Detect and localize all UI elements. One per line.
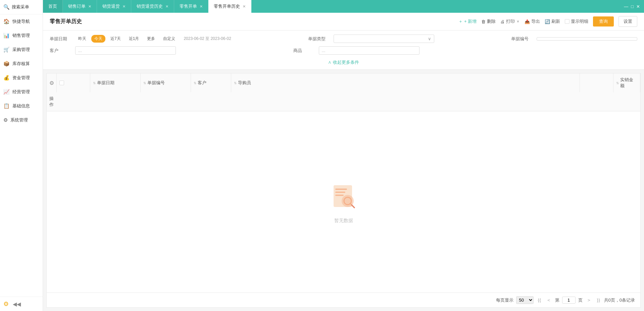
tab-sales-order-close[interactable]: ✕: [88, 4, 91, 9]
date-buttons: 昨天 今天 近7天 近1月 更多 自定义: [75, 35, 178, 43]
sidebar-item-sales-mgmt[interactable]: 📊 销售管理: [0, 29, 43, 43]
svg-rect-1: [335, 189, 347, 190]
minimize-icon[interactable]: —: [624, 4, 628, 9]
total-records-text: 共0页，0条记录: [604, 297, 635, 303]
sort-guide-icon: ⇅: [234, 81, 237, 85]
sidebar-item-label: 经营管理: [12, 89, 30, 95]
customer-filter-label: 客户: [50, 48, 70, 54]
sidebar-bottom: ⚙ ◀◀: [0, 297, 43, 311]
maximize-icon[interactable]: □: [631, 4, 634, 9]
sort-number-icon: ⇅: [143, 81, 146, 85]
th-date[interactable]: ⇅ 单据日期: [90, 73, 141, 92]
pagination: 每页显示 50 100 200 ⟨⟨ ＜ 第 页 ＞ ⟩⟩ 共0页，0条记录: [47, 293, 640, 307]
number-input[interactable]: [537, 37, 637, 41]
sidebar-item-inventory[interactable]: 📦 库存核算: [0, 57, 43, 71]
settings-gear-icon[interactable]: ⚙: [3, 300, 9, 308]
delete-button[interactable]: 🗑 删除: [481, 18, 496, 24]
date-range-display: 2023-06-02 至 2023-06-02: [184, 36, 231, 42]
tab-sales-return-close[interactable]: ✕: [122, 4, 126, 9]
sidebar-item-sys-mgmt[interactable]: ⚙ 系统管理: [0, 113, 43, 127]
date-btn-1month[interactable]: 近1月: [126, 35, 142, 43]
per-page-label: 每页显示: [496, 297, 513, 303]
tab-sales-order[interactable]: 销售订单 ✕: [63, 0, 97, 13]
th-amount[interactable]: ⇅ 实销金额: [613, 73, 640, 92]
svg-rect-2: [335, 192, 345, 193]
th-actions-label: 操作: [49, 96, 54, 108]
nav-prev-btn[interactable]: ＜: [545, 297, 552, 304]
sidebar-item-purchase-mgmt[interactable]: 🛒 采购管理: [0, 43, 43, 57]
main-area: 首页 销售订单 ✕ 销货退货 ✕ 销货退货历史 ✕ 零售开单 ✕ 零售开单历史 …: [43, 0, 644, 311]
table-settings-icon[interactable]: ⚙: [49, 80, 54, 86]
export-label: 导出: [531, 18, 540, 24]
th-guide[interactable]: ⇅ 导购员: [231, 73, 580, 92]
sidebar-item-label: 销售管理: [12, 33, 30, 39]
collapse-sidebar-icon[interactable]: ◀◀: [13, 301, 21, 307]
show-detail-label: 显示明细: [571, 18, 588, 24]
collapse-filter-btn[interactable]: ∧ 收起更多条件: [50, 58, 637, 65]
basic-info-icon: 📋: [3, 103, 10, 109]
tab-sales-order-label: 销售订单: [68, 3, 86, 9]
nav-last-btn[interactable]: ⟩⟩: [595, 297, 601, 304]
tab-home[interactable]: 首页: [43, 0, 63, 13]
date-btn-more[interactable]: 更多: [144, 35, 158, 43]
nav-next-btn[interactable]: ＞: [585, 297, 593, 304]
type-select-chevron-icon: ∨: [428, 36, 431, 41]
page-prefix-label: 第: [555, 297, 559, 303]
sys-mgmt-icon: ⚙: [3, 117, 8, 123]
print-icon: 🖨: [500, 19, 505, 24]
empty-text: 暂无数据: [334, 218, 353, 224]
date-btn-custom[interactable]: 自定义: [160, 35, 178, 43]
sidebar-item-label: 资金管理: [12, 75, 30, 81]
tab-sales-return-history-close[interactable]: ✕: [165, 4, 168, 9]
table-header: ⚙ ⇅ 单据日期 ⇅ 单据编号 ⇅ 客户 ⇅: [47, 73, 640, 111]
page-number-input[interactable]: [562, 297, 576, 304]
tab-retail-open[interactable]: 零售开单 ✕: [174, 0, 208, 13]
empty-illustration: [327, 180, 360, 214]
goods-input[interactable]: ...: [319, 46, 419, 55]
detail-checkbox-input[interactable]: [565, 19, 569, 24]
export-button[interactable]: 📤 导出: [525, 18, 540, 24]
number-filter-label: 单据编号: [511, 36, 531, 42]
sidebar-item-basic-info[interactable]: 📋 基础信息: [0, 99, 43, 113]
tab-sales-return-history[interactable]: 销货退货历史 ✕: [131, 0, 174, 13]
sidebar-item-finance[interactable]: 💰 资金管理: [0, 71, 43, 85]
nav-first-btn[interactable]: ⟨⟨: [536, 297, 542, 304]
add-label: + 新增: [464, 18, 477, 24]
per-page-select[interactable]: 50 100 200: [516, 296, 534, 304]
sidebar-item-quick-nav[interactable]: 🏠 快捷导航: [0, 14, 43, 29]
tab-sales-return[interactable]: 销货退货 ✕: [97, 0, 131, 13]
setting-button[interactable]: 设置: [618, 16, 637, 27]
tab-retail-open-history-close[interactable]: ✕: [243, 4, 246, 9]
date-btn-7days[interactable]: 近7天: [107, 35, 124, 43]
type-select[interactable]: ∨: [334, 35, 434, 43]
date-btn-yesterday[interactable]: 昨天: [75, 35, 89, 43]
th-customer[interactable]: ⇅ 客户: [191, 73, 231, 92]
collapse-arrow-icon: ∧: [328, 60, 332, 65]
tab-retail-open-history[interactable]: 零售开单历史 ✕: [208, 0, 251, 13]
add-button[interactable]: ＋ + 新增: [458, 18, 477, 24]
sidebar-item-label: 快捷导航: [12, 18, 30, 24]
close-window-icon[interactable]: ✕: [636, 4, 640, 9]
show-detail-checkbox[interactable]: 显示明细: [565, 18, 588, 24]
sidebar-item-operations[interactable]: 📈 经营管理: [0, 85, 43, 99]
refresh-button[interactable]: 🔄 刷新: [545, 18, 560, 24]
purchase-icon: 🛒: [3, 47, 10, 53]
print-button[interactable]: 🖨 打印 ▼: [500, 18, 520, 24]
svg-line-7: [352, 205, 354, 208]
collapse-label: 收起更多条件: [333, 60, 359, 65]
th-number[interactable]: ⇅ 单据编号: [141, 73, 191, 92]
sidebar-search[interactable]: 🔍 搜索采单: [0, 0, 43, 14]
customer-dots: ...: [78, 48, 82, 53]
select-all-checkbox[interactable]: [59, 81, 64, 85]
sidebar-item-label: 系统管理: [10, 117, 28, 123]
date-btn-today[interactable]: 今天: [91, 35, 105, 43]
sidebar-search-label: 搜索采单: [12, 4, 29, 10]
delete-icon: 🗑: [481, 19, 486, 24]
tab-retail-open-label: 零售开单: [180, 3, 197, 9]
query-button[interactable]: 查询: [593, 16, 614, 27]
tab-retail-open-close[interactable]: ✕: [200, 4, 203, 9]
add-icon: ＋: [458, 18, 463, 24]
th-extra: [580, 73, 613, 92]
customer-input[interactable]: ...: [75, 46, 176, 55]
th-customer-label: 客户: [198, 80, 206, 86]
